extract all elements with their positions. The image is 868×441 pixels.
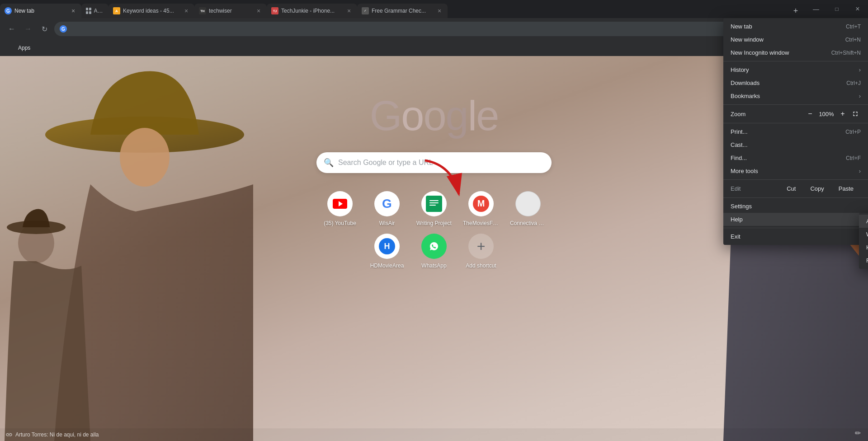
settings-label: Settings [731,203,861,210]
address-bar[interactable]: G [54,22,788,36]
link-icon [5,431,13,438]
help-center-label: Help center [866,244,868,251]
help-submenu: About Google Chrome What's New Help cent… [859,213,868,269]
menu-new-tab[interactable]: New tab Ctrl+T [723,20,868,33]
tab-apps[interactable]: Apps [81,4,108,18]
menu-print[interactable]: Print... Ctrl+P [723,125,868,138]
attribution-label: Arturo Torres: Ni de aqui, ni de alla [15,432,99,438]
find-label: Find... [731,155,839,161]
separator-2 [723,104,868,105]
report-issue-item[interactable]: Report an issue... Alt+Shift+I [859,254,868,267]
menu-cast[interactable]: Cast... [723,138,868,151]
active-tab[interactable]: G New tab × [0,4,81,18]
maximize-button[interactable]: □ [826,2,847,16]
menu-new-incognito[interactable]: New Incognito window Ctrl+Shift+N [723,46,868,59]
menu-history[interactable]: History › [723,63,868,76]
new-tab-button[interactable]: + [789,5,802,17]
movies-icon: M [468,191,494,216]
google-logo: Google [370,92,499,140]
report-issue-label: Report an issue... [866,257,868,264]
techwiser-tab-close[interactable]: × [255,7,262,14]
print-shortcut: Ctrl+P [845,129,861,135]
help-center-item[interactable]: Help center [859,241,868,254]
bookmark-apps[interactable]: Apps [5,42,34,54]
shortcut-connectiva[interactable]: Connectiva S... [508,191,548,226]
attribution-text: Arturo Torres: Ni de aqui, ni de alla [5,431,99,438]
hdmovie-icon: H [374,234,400,259]
context-menu: New tab Ctrl+T New window Ctrl+N New Inc… [723,18,868,245]
movies-label: TheMoviesFli... [463,220,499,226]
reload-button[interactable]: ↻ [38,23,51,35]
new-incognito-shortcut: Ctrl+Shift+N [831,50,861,56]
browser-frame: G New tab × Apps A Keyword ideas - 45...… [0,0,868,441]
keyword-tab-title: Keyword ideas - 45... [123,8,174,14]
whats-new-item[interactable]: What's New [859,228,868,241]
tab-techjunkie[interactable]: TJ TechJunkie - iPhone... × [267,4,357,18]
bookmarks-arrow: › [859,93,861,99]
whatsapp-icon [421,234,447,259]
customize-button[interactable]: ✏ [855,429,861,437]
site-icon: G [60,25,67,33]
zoom-value: 100% [817,111,835,117]
menu-new-window[interactable]: New window Ctrl+N [723,33,868,46]
new-incognito-label: New Incognito window [731,49,824,56]
menu-more-tools[interactable]: More tools › [723,164,868,178]
more-tools-arrow: › [859,168,861,174]
print-label: Print... [731,128,838,135]
zoom-out-button[interactable]: − [805,108,816,119]
keyword-tab-close[interactable]: × [183,7,190,14]
cast-menu-label: Cast... [731,141,861,148]
shortcut-add[interactable]: + Add shortcut [461,234,501,269]
bookmarks-label: Bookmarks [731,93,859,99]
about-chrome-item[interactable]: About Google Chrome [859,215,868,228]
edit-label: Edit [731,185,779,192]
forward-button[interactable]: → [22,23,34,35]
new-tab-shortcut: Ctrl+T [846,23,861,30]
menu-exit[interactable]: Exit [723,230,868,243]
tab-close-button[interactable]: × [70,7,77,14]
bottom-bar: Arturo Torres: Ni de aqui, ni de alla ✏ [0,428,868,441]
menu-find[interactable]: Find... Ctrl+F [723,151,868,164]
apps-tab-title: Apps [94,8,104,14]
menu-settings[interactable]: Settings [723,200,868,213]
edit-buttons: Cut Copy Paste [779,183,861,194]
youtube-icon [327,191,353,216]
copy-button[interactable]: Copy [803,183,831,194]
zoom-in-button[interactable]: + [837,108,848,119]
about-chrome-label: About Google Chrome [866,218,868,225]
menu-downloads[interactable]: Downloads Ctrl+J [723,76,868,89]
shortcut-youtube[interactable]: (35) YouTube [320,191,360,226]
techjunkie-favicon: TJ [271,7,278,14]
techjunkie-tab-close[interactable]: × [345,7,353,14]
red-arrow [416,156,470,201]
zoom-fullscreen-button[interactable] [850,108,861,119]
back-button[interactable]: ← [5,23,18,35]
connectiva-icon [515,191,541,216]
cut-button[interactable]: Cut [779,183,803,194]
writing-label: Writing Project [416,220,452,226]
minimize-button[interactable]: — [806,2,826,16]
tab-grammar[interactable]: ✓ Free Grammar Chec... × [357,4,448,18]
history-arrow: › [859,66,861,73]
paste-button[interactable]: Paste [831,183,861,194]
shortcut-wisair[interactable]: G WisAir [367,191,407,226]
youtube-label: (35) YouTube [324,220,356,226]
separator-1 [723,61,868,61]
techwiser-favicon: TH [199,7,206,14]
add-shortcut-icon: + [468,234,494,259]
exit-label: Exit [731,233,861,240]
shortcut-hdmovie[interactable]: H HDMovieArea [367,234,407,269]
find-shortcut: Ctrl+F [846,155,861,161]
menu-bookmarks[interactable]: Bookmarks › [723,89,868,103]
grammar-tab-title: Free Grammar Chec... [372,8,426,14]
menu-help[interactable]: Help › About Google Chrome What's New He… [723,213,868,226]
tab-techwiser[interactable]: TH techwiser × [194,4,267,18]
grammar-favicon: ✓ [362,7,369,14]
downloads-label: Downloads [731,80,839,86]
grammar-tab-close[interactable]: × [436,7,443,14]
history-label: History [731,66,859,73]
close-button[interactable]: × [847,2,868,16]
shortcut-whatsapp[interactable]: WhatsApp [414,234,454,269]
whats-new-label: What's New [866,231,868,238]
tab-keyword[interactable]: A Keyword ideas - 45... × [108,4,194,18]
